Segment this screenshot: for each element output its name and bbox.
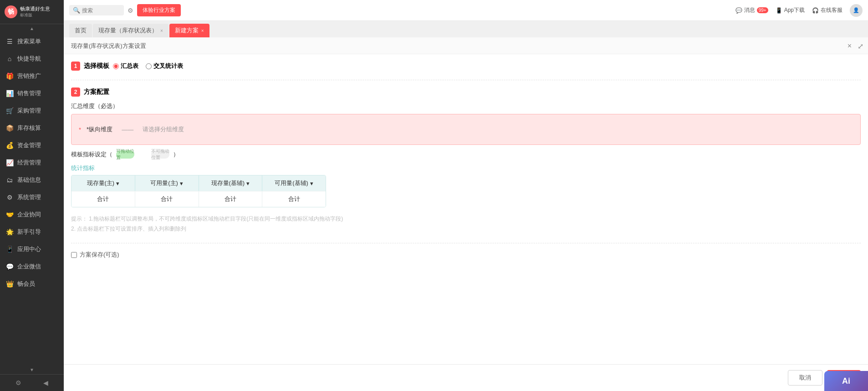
cross-label: 交叉统计表 [153,62,183,70]
col-header-0[interactable]: 现存量(主) ▾ [71,175,135,191]
panel-title: 现存量(库存状况表)方案设置 [71,42,146,49]
dimension-section-label: 汇总维度（必选） [71,102,861,110]
panel-close-button[interactable]: × [848,42,852,50]
sidebar-item-quick-nav[interactable]: ⌂ 快捷导航 [0,50,64,67]
col-label-2: 现存量(基辅) [211,179,245,187]
search-input[interactable] [82,7,118,14]
sidebar-item-label: 搜索菜单 [17,37,41,46]
cell-0-0: 合计 [71,191,135,207]
stats-body: 合计 合计 合计 合计 [71,191,326,207]
sidebar: 畅 畅康通好生意 标准版 ▲ ☰ 搜索菜单 ⌂ 快捷导航 🎁 营销推广 📊 销售… [0,0,64,391]
sidebar-item-inventory[interactable]: 📦 库存核算 [0,119,64,137]
content-panel: 现存量(库存状况表)方案设置 × ⤢ 1 选择模板 汇总表 [64,37,868,364]
sidebar-scroll-up[interactable]: ▲ [0,24,64,33]
tabbar: 首页 现存量（库存状况表） × 新建方案 × [64,21,868,37]
summary-radio[interactable] [113,63,119,69]
tab-new-plan[interactable]: 新建方案 × [169,24,209,37]
summary-radio-label[interactable]: 汇总表 [113,62,138,70]
sidebar-item-finance[interactable]: 💰 资金管理 [0,137,64,154]
step1-block: 1 选择模板 汇总表 交叉统计表 [71,62,861,71]
drag-label: 可拖动位置 [116,148,134,161]
tab-home[interactable]: 首页 [69,24,92,37]
service-label: 在线客服 [821,6,842,14]
sidebar-scroll-down[interactable]: ▼ [0,365,64,374]
step1-label: 选择模板 [84,62,109,70]
cancel-button[interactable]: 取消 [788,370,822,386]
trial-button[interactable]: 体验行业方案 [137,4,181,16]
sidebar-item-app-center[interactable]: 📱 应用中心 [0,241,64,258]
avatar[interactable]: 👤 [850,4,863,17]
tip-1: 提示： 1.拖动标题栏可以调整布局，不可跨维度或指标区域拖动栏目字段(只能在同一… [71,214,861,224]
sidebar-item-basic-info[interactable]: 🗂 基础信息 [0,171,64,189]
tab-inventory-status[interactable]: 现存量（库存状况表） × [93,24,168,37]
template-settings-sep [140,150,146,159]
app-download-button[interactable]: 📱 App下载 [776,6,805,14]
ai-label: Ai [842,376,850,386]
main-area: 🔍 ⚙ 体验行业方案 💬 消息 99+ 📱 App下载 🎧 在线客服 👤 [64,0,868,391]
col-header-1[interactable]: 可用量(主) ▾ [135,175,199,191]
tab-new-plan-close[interactable]: × [201,28,204,33]
step1-title: 1 选择模板 汇总表 交叉统计表 [71,62,861,71]
message-label: 消息 [744,6,755,14]
sidebar-item-new-guide[interactable]: 🌟 新手引导 [0,223,64,241]
sidebar-item-search-menu[interactable]: ☰ 搜索菜单 [0,33,64,50]
col-chevron-3: ▾ [310,180,313,187]
sidebar-item-purchase[interactable]: 🛒 采购管理 [0,102,64,119]
inventory-icon: 📦 [5,124,14,132]
tab-home-label: 首页 [75,26,87,35]
sidebar-item-label: 库存核算 [17,124,41,132]
panel-expand-button[interactable]: ⤢ [858,42,863,51]
save-checkbox[interactable] [71,252,77,258]
dim-separator: —— [122,126,133,133]
phone-icon: 📱 [776,7,782,14]
member-icon: 👑 [5,280,14,288]
step1-number: 1 [71,62,80,71]
panel-body: 1 选择模板 汇总表 交叉统计表 [64,54,868,266]
divider2 [71,243,861,243]
sidebar-item-wechat[interactable]: 💬 企业微信 [0,258,64,275]
collapse-icon[interactable]: ◀ [43,379,48,386]
col-header-3[interactable]: 可用量(基辅) ▾ [262,175,326,191]
operations-icon: 📈 [5,159,14,166]
required-star: * [79,126,81,133]
template-settings-end: ） [173,150,179,159]
ai-badge[interactable]: Ai [824,371,868,391]
search-box[interactable]: 🔍 [69,5,124,15]
sidebar-item-marketing[interactable]: 🎁 营销推广 [0,67,64,85]
col-header-2[interactable]: 现存量(基辅) ▾ [199,175,263,191]
footer: 取消 查询 [64,364,868,391]
sidebar-item-member[interactable]: 👑 畅会员 [0,275,64,293]
topbar: 🔍 ⚙ 体验行业方案 💬 消息 99+ 📱 App下载 🎧 在线客服 👤 [64,0,868,21]
headset-icon: 🎧 [812,7,819,14]
cell-0-3: 合计 [262,191,326,207]
sidebar-item-label: 新手引导 [17,228,41,236]
cooperation-icon: 🤝 [5,211,14,218]
message-button[interactable]: 💬 消息 99+ [735,6,768,14]
dimension-box: * *纵向维度 —— 请选择分组维度 [71,114,861,145]
col-chevron-0: ▾ [116,180,119,187]
sidebar-item-operations[interactable]: 📈 经营管理 [0,154,64,171]
wechat-icon: 💬 [5,263,14,270]
sidebar-item-label: 应用中心 [17,245,41,253]
tab-inventory-close[interactable]: × [160,28,163,33]
sidebar-item-cooperation[interactable]: 🤝 企业协同 [0,206,64,223]
service-button[interactable]: 🎧 在线客服 [812,6,842,14]
step2-title: 2 方案配置 [71,87,861,97]
gear-icon[interactable]: ⚙ [128,7,133,14]
basic-info-icon: 🗂 [5,176,14,184]
search-menu-icon: ☰ [5,38,14,45]
dim-placeholder[interactable]: 请选择分组维度 [143,125,184,134]
system-icon: ⚙ [5,194,14,201]
sidebar-item-system[interactable]: ⚙ 系统管理 [0,189,64,206]
sidebar-item-sales[interactable]: 📊 销售管理 [0,85,64,102]
topbar-right: 💬 消息 99+ 📱 App下载 🎧 在线客服 👤 [735,4,863,17]
settings-icon[interactable]: ⚙ [15,379,21,386]
cross-radio[interactable] [146,63,152,69]
sidebar-item-label: 资金管理 [17,141,41,149]
cross-radio-label[interactable]: 交叉统计表 [146,62,183,70]
sidebar-footer: ⚙ ◀ [0,374,64,391]
sidebar-item-label: 系统管理 [17,193,41,201]
message-icon: 💬 [735,7,742,14]
purchase-icon: 🛒 [5,107,14,114]
tips-section: 提示： 1.拖动标题栏可以调整布局，不可跨维度或指标区域拖动栏目字段(只能在同一… [71,214,861,234]
